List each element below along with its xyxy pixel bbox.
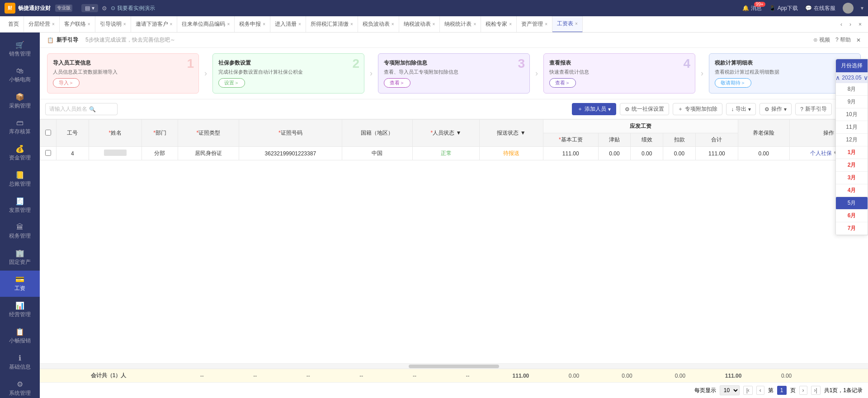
tab-邀请下游客户[interactable]: 邀请下游客户 × (131, 16, 178, 33)
tab-close-active-icon[interactable]: × (575, 21, 578, 26)
social-security-btn[interactable]: ⚙ 统一社保设置 (620, 103, 669, 115)
special-deduction-btn[interactable]: ＋ 专项附加扣除 (673, 103, 722, 115)
tab-close-icon[interactable]: × (350, 22, 353, 27)
horizontal-scrollbar[interactable] (40, 363, 868, 369)
tab-close-icon[interactable]: × (392, 22, 394, 27)
tab-home[interactable]: 首页 (4, 16, 24, 33)
export-btn[interactable]: ↓ 导出 ▾ (726, 103, 756, 115)
cell-report-status: 待报送 (480, 147, 543, 160)
step-desc-4: 快速查看统计信息 (549, 69, 689, 75)
guide-video-link[interactable]: ⊙ 视频 (813, 36, 830, 44)
month-item-10[interactable]: 10月 (836, 108, 868, 121)
month-item-9[interactable]: 9月 (836, 96, 868, 108)
settings-icon[interactable]: ⚙ (102, 5, 107, 12)
scroll-thumb[interactable] (409, 365, 499, 368)
search-input[interactable]: 请输入人员姓名 🔍 (45, 103, 118, 115)
sidebar-item-assets[interactable]: 🏢固定资产 (0, 244, 40, 271)
sidebar-item-system[interactable]: ⚙系统管理 (0, 375, 40, 398)
month-item-12[interactable]: 12月 (836, 134, 868, 146)
sidebar-item-ecommerce[interactable]: 🛍小畅电商 (0, 62, 40, 88)
step-btn-3[interactable]: 查看＞ (384, 78, 410, 88)
row-select-checkbox[interactable] (45, 150, 51, 156)
month-item-5[interactable]: 5月 (836, 197, 868, 210)
tab-所得税汇算清缴[interactable]: 所得税汇算清缴 × (306, 16, 358, 33)
tab-税检专家[interactable]: 税检专家 × (481, 16, 517, 33)
tab-引导说明[interactable]: 引导说明 × (95, 16, 131, 33)
tab-close-icon[interactable]: × (433, 22, 435, 27)
add-person-btn[interactable]: ＋ 添加人员 ▾ (572, 103, 616, 115)
step-btn-5[interactable]: 敬请期待＞ (715, 78, 751, 88)
tab-资产管理[interactable]: 资产管理 × (517, 16, 552, 33)
notification-btn[interactable]: 🔔 消息 99+ (742, 5, 762, 12)
tab-close-icon[interactable]: × (123, 22, 126, 27)
search-icon[interactable]: 🔍 (89, 106, 96, 112)
tab-close-icon[interactable]: × (545, 22, 547, 27)
sidebar-item-operations[interactable]: 📊经营管理 (0, 297, 40, 323)
status-filter-icon[interactable]: ▼ (456, 130, 462, 136)
sidebar-item-invoice[interactable]: 🧾发票管理 (0, 192, 40, 219)
tab-close-icon[interactable]: × (170, 22, 173, 27)
tab-close-icon[interactable]: × (52, 22, 55, 27)
report-filter-icon[interactable]: ▼ (520, 130, 526, 136)
month-item-6[interactable]: 6月 (836, 210, 868, 222)
month-item-8[interactable]: 8月 (836, 83, 868, 96)
sidebar-item-inventory[interactable]: 🗃库存核算 (0, 114, 40, 140)
user-avatar[interactable] (843, 3, 854, 14)
app-download-btn[interactable]: 📱 App下载 (769, 5, 798, 12)
month-item-2[interactable]: 2月 (836, 159, 868, 172)
demo-link[interactable]: ⊙ 我要看实例演示 (111, 5, 155, 12)
tab-税负波动表[interactable]: 税负波动表 × (358, 16, 399, 33)
tab-分层经营[interactable]: 分层经营 × (24, 16, 60, 33)
tab-next-btn[interactable]: › (847, 20, 854, 28)
step-btn-4[interactable]: 查看＞ (549, 78, 576, 88)
sidebar-item-sales[interactable]: 🛒销售管理 (0, 36, 40, 62)
month-panel-year: ∧ 2023.05 ∨ (836, 72, 868, 83)
sidebar-item-expense[interactable]: 📋小畅报销 (0, 323, 40, 349)
guide-close-icon[interactable]: ✕ (856, 37, 861, 43)
month-item-11[interactable]: 11月 (836, 121, 868, 134)
sidebar-item-finance[interactable]: 💰资金管理 (0, 140, 40, 166)
user-menu-icon[interactable]: ▾ (861, 5, 863, 11)
tab-客户联络[interactable]: 客户联络 × (60, 16, 95, 33)
tab-close-icon[interactable]: × (509, 22, 512, 27)
month-next-year-btn[interactable]: ∨ (863, 74, 868, 81)
tab-税务申报[interactable]: 税务申报 × (235, 16, 270, 33)
tab-纳税波动表[interactable]: 纳税波动表 × (399, 16, 440, 33)
step-btn-1[interactable]: 导入＞ (53, 78, 80, 88)
sidebar-item-ledger[interactable]: 📒总账管理 (0, 166, 40, 192)
next-page-btn[interactable]: › (799, 386, 807, 395)
month-item-4[interactable]: 4月 (836, 184, 868, 197)
select-all-checkbox[interactable] (45, 130, 51, 136)
tab-close-icon[interactable]: × (88, 22, 90, 27)
first-page-btn[interactable]: |‹ (743, 386, 753, 395)
tab-prev-btn[interactable]: ‹ (838, 20, 845, 28)
month-item-3[interactable]: 3月 (836, 172, 868, 184)
tab-纳税统计表[interactable]: 纳税统计表 × (440, 16, 481, 33)
prev-page-btn[interactable]: ‹ (756, 386, 764, 395)
operation-btn[interactable]: ⚙ 操作 ▾ (760, 103, 792, 115)
sidebar-item-tax[interactable]: 🏛税务管理 (0, 219, 40, 244)
tab-进入清册[interactable]: 进入清册 × (270, 16, 306, 33)
per-page-select[interactable]: 10 20 50 (720, 385, 740, 395)
personal-insurance-link[interactable]: 个人社保 (810, 150, 832, 157)
sidebar-item-payroll[interactable]: 💳工资 (0, 271, 40, 297)
tab-close-icon[interactable]: × (227, 22, 230, 27)
company-dropdown[interactable]: ▤ ▾ (81, 4, 98, 12)
tab-close-all-btn[interactable]: × (856, 20, 864, 28)
tab-往来单位商品编码[interactable]: 往来单位商品编码 × (177, 16, 235, 33)
online-service-btn[interactable]: 💬 在线客服 (805, 5, 835, 12)
sidebar-item-purchase[interactable]: 📦采购管理 (0, 88, 40, 114)
tab-close-icon[interactable]: × (298, 22, 301, 27)
tab-close-icon[interactable]: × (263, 22, 265, 27)
month-item-7[interactable]: 7月 (836, 222, 868, 235)
guide-btn[interactable]: ? 新手引导 (795, 103, 832, 115)
tab-close-icon[interactable]: × (473, 22, 476, 27)
last-page-btn[interactable]: ›| (811, 386, 821, 395)
tab-工资表[interactable]: 工资表 × (552, 16, 583, 33)
tab-bar: 首页 分层经营 × 客户联络 × 引导说明 × 邀请下游客户 × 往来单位商品编… (0, 16, 868, 33)
month-item-1[interactable]: 1月 (836, 146, 868, 159)
step-btn-2[interactable]: 设置＞ (218, 78, 245, 88)
guide-help-link[interactable]: ? 帮助 (835, 36, 851, 44)
month-prev-year-btn[interactable]: ∧ (835, 74, 840, 81)
sidebar-item-basic[interactable]: ℹ基础信息 (0, 349, 40, 375)
